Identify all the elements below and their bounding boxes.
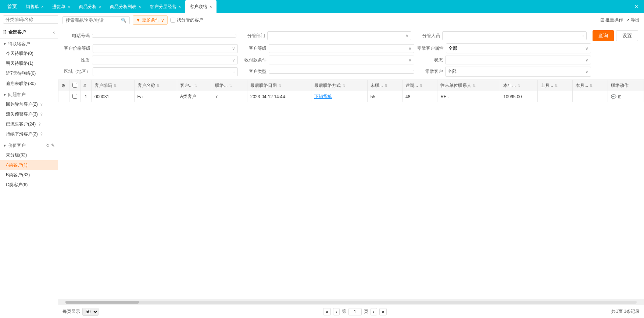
top-nav: 首页 销售单 × 进货单 × 商品分析 × 商品分析列表 × 客户分层经营 × …: [0, 0, 644, 13]
sidebar-item-unclassified[interactable]: 未分组(32): [0, 150, 58, 160]
sidebar-item-tomorrow[interactable]: 明天待联络(1): [0, 59, 58, 68]
close-icon[interactable]: ×: [41, 4, 43, 9]
sidebar-item-today[interactable]: 今天待联络(0): [0, 49, 58, 59]
row-code: 000031: [92, 91, 135, 102]
table-row: 1 000031 Ea A类客户 7 2023-04-12 14:44: 下销货…: [58, 91, 644, 102]
sort-icon[interactable]: ⇅: [590, 84, 593, 88]
filter-type-input[interactable]: [269, 70, 415, 74]
close-icon[interactable]: ×: [139, 4, 141, 9]
sort-icon[interactable]: ⇅: [342, 84, 345, 88]
sidebar-group-header-value[interactable]: ▼ 价值客户 ↻ ✎: [0, 141, 58, 150]
triangle-icon: ▼: [3, 93, 7, 97]
nav-sales[interactable]: 销售单 ×: [21, 0, 48, 13]
page-number-input[interactable]: [348, 308, 362, 315]
window-close-button[interactable]: ×: [632, 3, 641, 10]
sort-icon[interactable]: ⇅: [278, 84, 281, 88]
last-page-button[interactable]: »: [379, 308, 387, 315]
value-group-actions: ↻ ✎: [46, 143, 55, 148]
sort-icon[interactable]: ⇅: [473, 84, 476, 88]
close-icon-active[interactable]: ×: [210, 4, 212, 9]
my-customers-checkbox[interactable]: [171, 18, 175, 22]
filter-nature-select[interactable]: ∨: [92, 56, 238, 64]
settings-button[interactable]: 设置: [616, 30, 638, 41]
sort-icon[interactable]: ⇅: [229, 84, 232, 88]
sidebar-group-header-problem[interactable]: ▼ 问题客户: [0, 90, 58, 99]
sidebar-search-area: 🔍: [0, 13, 58, 26]
nav-product-analysis-list[interactable]: 商品分析列表 ×: [105, 0, 145, 13]
sidebar: 🔍 ⠿ 全部客户 ‹ ▼ 待联络客户 今天待联络(0) 明天待联络(1) 近7天…: [0, 13, 58, 318]
more-conditions-button[interactable]: ▼ 更多条件 ∨: [133, 15, 168, 25]
last-method-link[interactable]: 下销货单: [314, 94, 332, 99]
sidebar-item-overdue[interactable]: 逾期未联络(30): [0, 79, 58, 89]
row-checkbox[interactable]: [72, 94, 77, 99]
sort-icon[interactable]: ⇅: [517, 84, 520, 88]
filter-phone-input[interactable]: [92, 34, 236, 38]
next-page-button[interactable]: ›: [371, 308, 377, 315]
table-gear-header[interactable]: ⚙: [58, 80, 69, 91]
filter-region-input[interactable]: ···: [93, 67, 238, 76]
row-actions-cell: 💬 ⊞: [608, 91, 644, 102]
sidebar-item-7days[interactable]: 近7天待联络(0): [0, 68, 58, 78]
close-icon[interactable]: ×: [68, 4, 70, 9]
refresh-icon[interactable]: ↻: [46, 143, 50, 148]
nav-home[interactable]: 首页: [3, 0, 21, 13]
close-icon[interactable]: ×: [179, 4, 181, 9]
page-info-text: 共1页 1条记录: [611, 308, 640, 315]
filter-icon: ▼: [136, 18, 140, 23]
page-size-select[interactable]: 50: [82, 308, 99, 316]
export-button[interactable]: ↗ 导出: [626, 17, 640, 23]
filter-nature-label: 性质: [64, 57, 90, 63]
sidebar-item-c-class[interactable]: C类客户(6): [0, 180, 58, 190]
filter-payment: 收付款条件 ∨: [241, 56, 415, 64]
edit-icon[interactable]: ✎: [51, 143, 55, 148]
sidebar-all-customers[interactable]: ⠿ 全部客户 ‹: [0, 26, 58, 39]
sidebar-item-abnormal[interactable]: 回购异常客户(2) ?: [0, 99, 58, 109]
select-all-checkbox[interactable]: [72, 83, 77, 88]
filter-price-select[interactable]: ∨: [93, 44, 238, 53]
sidebar-item-churned[interactable]: 已流失客户(24) ?: [0, 119, 58, 129]
row-this-year: 10995.00: [500, 91, 537, 102]
sidebar-item-b-class[interactable]: B类客户(33): [0, 170, 58, 180]
advanced-filters: 电话号码 分管部门 ∨ 分管人员 ··· 查询 设置: [58, 27, 644, 80]
chat-icon[interactable]: 💬: [611, 94, 616, 99]
filter-customer-type: 客户类型: [241, 68, 415, 75]
filter-search-input[interactable]: [66, 18, 121, 23]
row-checkbox-cell[interactable]: [69, 91, 80, 102]
scrollbar-thumb[interactable]: [65, 301, 139, 304]
filter-level-select[interactable]: ∨: [269, 44, 415, 53]
batch-action-button[interactable]: ☑ 批量操作: [600, 17, 623, 23]
nav-customer-segment[interactable]: 客户分层经营 ×: [146, 0, 185, 13]
filter-search-box[interactable]: 🔍: [62, 16, 130, 24]
nav-purchase[interactable]: 进货单 ×: [48, 0, 74, 13]
sidebar-group-header-pending[interactable]: ▼ 待联络客户: [0, 39, 58, 49]
first-page-button[interactable]: «: [323, 308, 331, 315]
sidebar-item-churn-warning[interactable]: 流失预警客户(3) ?: [0, 109, 58, 119]
filter-dept-select[interactable]: ∨: [267, 31, 412, 40]
sort-icon[interactable]: ⇅: [157, 84, 160, 88]
sidebar-item-a-class[interactable]: A类客户(1): [0, 160, 58, 170]
row-company-contact: RE .: [437, 91, 500, 102]
sort-icon[interactable]: ⇅: [114, 84, 117, 88]
sidebar-search-input[interactable]: [3, 15, 58, 24]
sort-icon[interactable]: ⇅: [384, 84, 387, 88]
filter-action-buttons: 查询 设置: [593, 30, 638, 41]
nav-customer-contact[interactable]: 客户联络 ×: [185, 0, 216, 13]
col-actions: 联络动作: [608, 80, 644, 91]
horizontal-scrollbar[interactable]: [58, 299, 644, 305]
my-customers-checkbox-area[interactable]: 我分管的客户: [171, 17, 203, 23]
table-checkbox-header[interactable]: [69, 80, 80, 91]
filter-person-input[interactable]: ···: [442, 31, 587, 40]
prev-page-button[interactable]: ‹: [333, 308, 340, 315]
filter-scatter-cust-select[interactable]: 全部 ∨: [445, 67, 591, 77]
sort-icon[interactable]: ⇅: [419, 84, 422, 88]
filter-status-select[interactable]: ∨: [445, 56, 591, 64]
filter-payment-select[interactable]: ∨: [269, 56, 415, 64]
query-button[interactable]: 查询: [593, 30, 614, 41]
filter-scatter-select[interactable]: 全部 ∨: [446, 43, 591, 53]
sort-icon[interactable]: ⇅: [555, 84, 558, 88]
sort-icon[interactable]: ⇅: [194, 84, 197, 88]
qr-icon[interactable]: ⊞: [618, 94, 622, 99]
sidebar-item-declining[interactable]: 持续下滑客户(2) ?: [0, 129, 58, 139]
close-icon[interactable]: ×: [99, 4, 101, 9]
nav-product-analysis[interactable]: 商品分析 ×: [75, 0, 105, 13]
